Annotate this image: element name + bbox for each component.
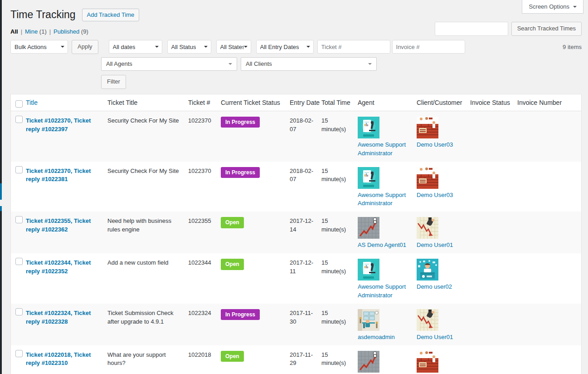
client-avatar: [417, 351, 438, 373]
total-time-cell: 15 minute(s): [321, 162, 358, 212]
ticket-number-cell: 1022355: [188, 212, 221, 253]
select-all-checkbox[interactable]: [15, 100, 23, 108]
entry-date-cell: 2017-12-11: [290, 253, 321, 304]
view-all-link[interactable]: All: [10, 28, 18, 35]
view-mine-count: (1): [39, 28, 47, 35]
column-header-ticket-number: Ticket #: [188, 94, 221, 111]
invoice-number-input[interactable]: [392, 40, 465, 54]
invoice-number-cell: [517, 345, 581, 374]
search-tracked-times-button[interactable]: Search Tracked Times: [511, 22, 582, 36]
agents-filter-select[interactable]: All Agents: [101, 57, 237, 71]
ticket-number-input[interactable]: [317, 40, 390, 54]
table-row: Ticket #1022324, Ticket reply #1022328 T…: [11, 304, 581, 345]
invoice-status-cell: [470, 162, 517, 212]
ticket-status-badge: In Progress: [221, 167, 260, 178]
ticket-title-cell: What are your support hours?: [107, 345, 188, 374]
ticket-title-cell: Security Check For My Site: [107, 162, 188, 212]
row-checkbox[interactable]: [15, 350, 23, 357]
column-header-agent: Agent: [358, 94, 417, 111]
ticket-number-cell: 1022018: [188, 345, 221, 374]
agent-link[interactable]: Awesome Support Administrator: [358, 191, 412, 208]
row-checkbox[interactable]: [15, 308, 23, 315]
status-filter-value: All Status: [171, 44, 196, 50]
apply-button[interactable]: Apply: [72, 40, 98, 54]
page-title: Time Tracking: [10, 8, 76, 22]
time-tracking-page: Time Tracking Add Tracked Time Search Tr…: [0, 0, 588, 374]
invoice-number-cell: [517, 253, 581, 304]
agents-filter-value: All Agents: [106, 60, 132, 67]
chevron-down-icon: [368, 63, 372, 67]
filter-button[interactable]: Filter: [101, 75, 126, 89]
client-link[interactable]: Demo user02: [417, 283, 452, 291]
ticket-title-cell: Add a new custom field: [107, 253, 188, 304]
client-avatar: [417, 259, 438, 280]
column-header-title[interactable]: Title: [26, 94, 107, 111]
ticket-status-badge: In Progress: [221, 117, 260, 128]
agent-link[interactable]: Awesome Support Administrator: [358, 141, 412, 158]
view-published-count: (9): [81, 28, 88, 35]
filters-row-2: All Agents All Clients: [101, 57, 582, 71]
dates-filter-select[interactable]: All dates: [109, 40, 162, 54]
agent-link[interactable]: Awesome Support Administrator: [358, 283, 412, 300]
client-avatar: [417, 167, 438, 189]
invoice-number-cell: [517, 212, 581, 253]
column-header-invoice-status: Invoice Status: [470, 94, 517, 111]
client-link[interactable]: Demo User01: [417, 333, 453, 342]
search-input[interactable]: [435, 22, 508, 36]
entry-title-link[interactable]: Ticket #1022355, Ticket reply #1022362: [26, 217, 103, 234]
chevron-down-icon: [61, 46, 64, 49]
states-filter-value: All States: [220, 44, 244, 50]
view-mine-link[interactable]: Mine: [25, 28, 38, 35]
entry-date-cell: 2018-02-07: [290, 111, 321, 161]
row-checkbox[interactable]: [15, 116, 23, 123]
entry-title-link[interactable]: Ticket #1022018, Ticket reply #1022310: [26, 351, 103, 368]
agent-avatar: [358, 117, 379, 138]
entry-title-link[interactable]: Ticket #1022370, Ticket reply #1022397: [26, 117, 103, 134]
row-checkbox[interactable]: [15, 166, 23, 173]
invoice-status-cell: [470, 212, 517, 253]
chevron-down-icon: [228, 63, 232, 67]
entry-date-cell: 2018-02-07: [290, 162, 321, 212]
clients-filter-select[interactable]: All Clients: [241, 57, 377, 71]
client-link[interactable]: Demo User03: [417, 191, 453, 200]
total-time-cell: 15 minute(s): [321, 111, 358, 161]
row-checkbox[interactable]: [15, 258, 23, 265]
invoice-status-cell: [470, 111, 517, 161]
column-header-invoice-number: Invoice Number: [517, 94, 581, 111]
screen-options-tab[interactable]: Screen Options: [522, 0, 583, 14]
status-filter-select[interactable]: All Status: [167, 40, 211, 54]
filters-row-3: Filter: [101, 75, 582, 89]
chevron-down-icon: [306, 46, 310, 49]
tracked-times-table: Title Ticket Title Ticket # Current Tick…: [10, 94, 582, 374]
client-link[interactable]: Demo User03: [417, 141, 453, 149]
agent-link[interactable]: asdemoadmin: [358, 333, 395, 342]
search-box: Search Tracked Times: [435, 22, 582, 36]
view-published-link[interactable]: Published: [53, 28, 79, 35]
agent-link[interactable]: AS Demo Agent01: [358, 241, 406, 250]
chevron-down-icon: [244, 46, 248, 49]
collapsed-admin-menu: [0, 0, 2, 374]
client-link[interactable]: Demo User01: [417, 241, 453, 250]
invoice-number-cell: [517, 162, 581, 212]
admin-menu-highlight-2: [0, 206, 2, 211]
clients-filter-value: All Clients: [246, 60, 272, 67]
invoice-number-cell: [517, 304, 581, 345]
entry-title-link[interactable]: Ticket #1022370, Ticket reply #1022381: [26, 167, 103, 184]
table-row: Ticket #1022018, Ticket reply #1022310 W…: [11, 345, 581, 374]
bulk-actions-select[interactable]: Bulk Actions: [10, 40, 68, 54]
states-filter-select[interactable]: All States: [216, 40, 251, 54]
total-time-cell: 15 minute(s): [321, 253, 358, 304]
ticket-number-cell: 1022324: [188, 304, 221, 345]
table-row: Ticket #1022355, Ticket reply #1022362 N…: [11, 212, 581, 253]
entry-title-link[interactable]: Ticket #1022324, Ticket reply #1022328: [26, 309, 103, 326]
row-checkbox[interactable]: [15, 216, 23, 223]
table-row: Ticket #1022370, Ticket reply #1022381 S…: [11, 162, 581, 212]
client-avatar: [417, 117, 438, 138]
entry-title-link[interactable]: Ticket #1022344, Ticket reply #1022352: [26, 259, 103, 276]
agent-avatar: [358, 167, 379, 189]
entry-dates-filter-select[interactable]: All Entry Dates: [256, 40, 314, 54]
total-time-cell: 15 minute(s): [321, 212, 358, 253]
ticket-number-cell: 1022370: [188, 162, 221, 212]
ticket-status-badge: Open: [221, 351, 244, 362]
add-tracked-time-button[interactable]: Add Tracked Time: [82, 9, 140, 22]
